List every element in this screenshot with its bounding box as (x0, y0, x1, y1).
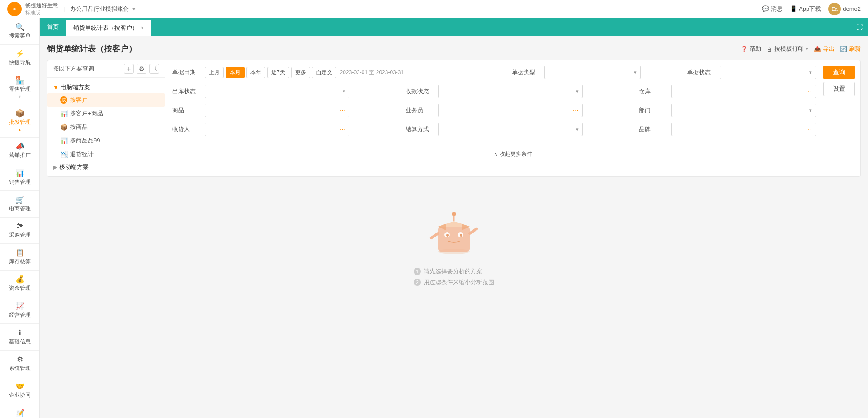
scheme-setting-btn[interactable]: ⚙ (137, 64, 146, 74)
export-btn[interactable]: 📤 导出 (814, 45, 835, 53)
filter-actions: 查询 设置 (823, 60, 860, 147)
sidebar-item-system[interactable]: ⚙ 系统管理 (0, 351, 39, 377)
warehouse-select[interactable]: ··· (671, 85, 816, 98)
app-download-btn[interactable]: 📱 App下载 (790, 5, 821, 13)
scheme-panel-actions: + ⚙ 《 (124, 64, 159, 74)
sidebar-item-quick-nav[interactable]: ⚡ 快捷导航 (0, 45, 39, 71)
sidebar-item-ecommerce[interactable]: 🛒 电商管理 (0, 191, 39, 218)
query-button[interactable]: 查询 (823, 66, 855, 79)
sidebar-label-purchase: 采购管理 (2, 231, 38, 239)
sidebar-item-inventory[interactable]: 📋 库存核算 (0, 244, 39, 271)
avatar: Ea (828, 3, 841, 15)
settlement-select[interactable] (438, 123, 583, 136)
date-btn-more[interactable]: 更多 (291, 67, 310, 78)
order-type-select[interactable] (544, 66, 641, 79)
date-btn-last-month[interactable]: 上月 (205, 67, 224, 78)
date-btn-custom[interactable]: 自定义 (312, 67, 336, 78)
refresh-btn[interactable]: 🔄 刷新 (840, 45, 861, 53)
username: demo2 (843, 5, 861, 12)
minimize-icon[interactable]: — (846, 24, 853, 31)
scheme-category-desktop[interactable]: ▼ 电脑端方案 (47, 81, 165, 93)
warehouse-dots[interactable]: ··· (806, 87, 812, 95)
ship-status-arrow-icon (343, 89, 345, 95)
collapse-row[interactable]: ∧ 收起更多条件 (165, 147, 860, 161)
tab-window-controls: — ⛶ (846, 24, 868, 31)
order-status-select[interactable] (720, 66, 816, 79)
scheme-item-by-product[interactable]: 📦 按商品 (47, 120, 165, 134)
scheme-panel-title: 按以下方案查询 (53, 65, 94, 73)
sidebar-item-sales[interactable]: 📊 销售管理 (0, 164, 39, 191)
sidebar-item-wholesale[interactable]: 📦 批发管理 ▴ (0, 104, 39, 138)
recipient-label: 收货人 (172, 125, 199, 133)
order-status-arrow-icon (809, 70, 812, 76)
date-group: 上月 本月 本年 近7天 更多 自定义 2023-03-01 至 2023-03… (205, 67, 404, 78)
sidebar-label-marketing: 营销推广 (2, 152, 38, 159)
product-select[interactable]: ··· (205, 104, 349, 117)
scheme-item-return-stats[interactable]: 📉 退货统计 (47, 147, 165, 161)
date-btn-this-year[interactable]: 本年 (246, 67, 265, 78)
help-icon: ❓ (741, 46, 748, 52)
date-btn-this-month[interactable]: 本月 (226, 67, 245, 78)
refresh-label: 刷新 (849, 45, 861, 53)
top-bar-right: 💬 消息 📱 App下载 Ea demo2 (762, 3, 861, 15)
help-label: 帮助 (750, 45, 761, 53)
brand-dots[interactable]: ··· (806, 125, 812, 133)
recipient-select[interactable]: ··· (205, 123, 349, 136)
wholesale-arrow-icon: ▴ (19, 127, 21, 132)
sidebar-item-cooperation[interactable]: 🤝 企业协同 (0, 377, 39, 404)
ship-status-label: 出库状态 (172, 87, 199, 95)
tab-close-btn[interactable]: × (141, 25, 144, 31)
print-arrow-icon[interactable]: ▾ (806, 46, 808, 52)
user-profile[interactable]: Ea demo2 (828, 3, 861, 15)
scheme-collapse-btn[interactable]: 《 (149, 64, 159, 74)
app-logo (7, 2, 22, 16)
sidebar-item-basic[interactable]: ℹ 基础信息 (0, 324, 39, 351)
department-arrow-icon (809, 108, 812, 114)
message-btn[interactable]: 💬 消息 (762, 5, 783, 13)
brand-select[interactable]: ··· (671, 123, 816, 136)
svg-rect-2 (438, 227, 470, 252)
maximize-icon[interactable]: ⛶ (856, 24, 863, 31)
industry-dropdown-icon[interactable]: ▾ (132, 5, 136, 12)
tab-home[interactable]: 首页 (40, 18, 66, 36)
refresh-icon: 🔄 (840, 46, 847, 52)
salesperson-dots[interactable]: ··· (573, 106, 579, 114)
sidebar-item-retail[interactable]: 🏪 零售管理 ▾ (0, 71, 39, 104)
print-btn[interactable]: 🖨 按模板打印 ▾ (767, 45, 808, 53)
sidebar-label-ecommerce: 电商管理 (2, 205, 38, 213)
department-select[interactable] (671, 104, 816, 117)
scheme-item-label-by-customer-product: 按客户+商品 (70, 109, 103, 118)
settings-button[interactable]: 设置 (823, 82, 855, 96)
recipient-dots[interactable]: ··· (340, 125, 345, 133)
sidebar-item-newbie[interactable]: 📝 新手引导 (0, 404, 39, 418)
sidebar-item-purchase[interactable]: 🛍 采购管理 (0, 218, 39, 244)
app-download-label: App下载 (799, 5, 821, 13)
settlement-label: 结算方式 (406, 125, 433, 133)
operation-icon: 📈 (2, 302, 38, 310)
scheme-add-btn[interactable]: + (124, 64, 134, 74)
help-btn[interactable]: ❓ 帮助 (741, 45, 761, 53)
ship-status-select[interactable] (205, 85, 349, 98)
scheme-item-by-product-99[interactable]: 📊 按商品品99 (47, 134, 165, 147)
sidebar-item-search[interactable]: 🔍 搜索菜单 (0, 18, 39, 45)
app-subtitle: 标准版 (25, 10, 58, 16)
print-icon: 🖨 (767, 46, 773, 52)
sidebar-item-marketing[interactable]: 📣 营销推广 (0, 138, 39, 164)
sidebar-item-finance[interactable]: 💰 资金管理 (0, 271, 39, 297)
scheme-tree: ▼ 电脑端方案 按 按客户 📊 按客户+商品 (47, 78, 165, 176)
payment-status-select[interactable] (438, 85, 583, 98)
scheme-item-by-customer[interactable]: 按 按客户 (47, 93, 165, 107)
empty-state: 1 请先选择要分析的方案 2 用过滤条件来缩小分析范围 (47, 177, 861, 316)
date-btn-7days[interactable]: 近7天 (267, 67, 289, 78)
app-title: 畅捷通好生意 (25, 2, 58, 10)
scheme-item-by-customer-product[interactable]: 📊 按客户+商品 (47, 107, 165, 120)
sidebar-item-operation[interactable]: 📈 经营管理 (0, 297, 39, 324)
salesperson-select[interactable]: ··· (438, 104, 583, 117)
plus-icon: + (127, 65, 131, 72)
product-dots[interactable]: ··· (340, 106, 345, 114)
scheme-category-mobile[interactable]: ▶ 移动端方案 (47, 161, 165, 173)
date-label: 单据日期 (172, 68, 199, 76)
tab-active[interactable]: 销货单统计表（按客户） × (66, 20, 151, 36)
system-icon: ⚙ (2, 355, 38, 364)
product-label: 商品 (172, 106, 199, 114)
